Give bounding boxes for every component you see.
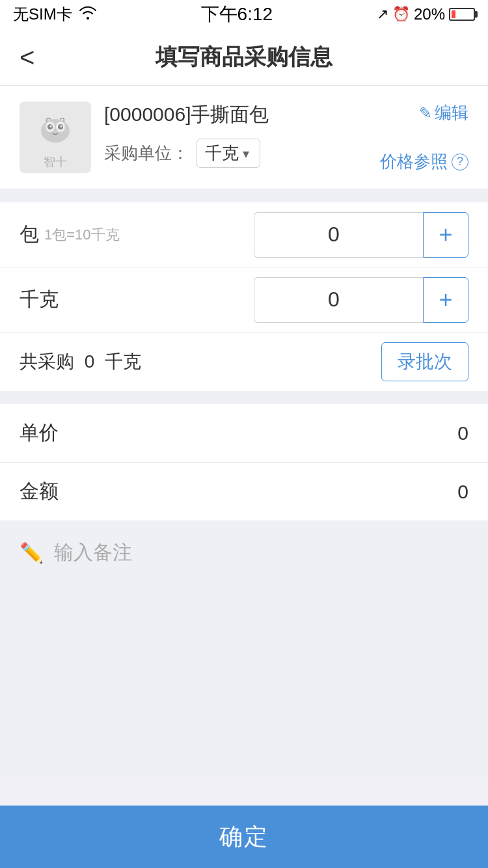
- nav-bar: < 填写商品采购信息: [0, 29, 488, 86]
- remark-placeholder: 输入备注: [54, 539, 132, 566]
- section-divider-1: [0, 189, 488, 202]
- svg-point-0: [41, 119, 70, 142]
- unit-label: 采购单位：: [104, 142, 189, 165]
- bag-input[interactable]: [254, 212, 423, 258]
- kg-input-row: 千克 +: [0, 267, 488, 332]
- batch-button[interactable]: 录批次: [381, 342, 468, 381]
- status-bar: 无SIM卡 下午6:12 ↗ ⏰ 20%: [0, 0, 488, 29]
- carrier-label: 无SIM卡: [13, 4, 72, 25]
- price-ref-label: 价格参照: [380, 150, 448, 173]
- summary-unit: 千克: [105, 351, 141, 372]
- svg-point-6: [61, 126, 62, 128]
- section-divider-2: [0, 391, 488, 404]
- amount-label: 金额: [20, 478, 59, 505]
- summary-label: 共采购: [20, 351, 74, 372]
- amount-row: 金额 0: [0, 463, 488, 521]
- edit-label: 编辑: [435, 102, 468, 124]
- status-left: 无SIM卡: [13, 4, 97, 25]
- unit-price-row: 单价 0: [0, 404, 488, 463]
- bag-sublabel: 1包=10千克: [44, 225, 120, 245]
- product-right: ✎ 编辑 价格参照 ?: [380, 102, 468, 173]
- unit-dropdown[interactable]: 千克 ▾: [197, 139, 260, 168]
- price-section: 单价 0 金额 0: [0, 404, 488, 521]
- empty-area: [0, 584, 488, 780]
- unit-price-label: 单价: [20, 420, 59, 446]
- summary-text: 共采购 0 千克: [20, 349, 141, 374]
- summary-value: 0: [85, 351, 95, 372]
- battery-percent: 20%: [414, 5, 445, 23]
- alarm-icon: ⏰: [392, 6, 410, 23]
- unit-value: 千克: [205, 142, 239, 165]
- back-button[interactable]: <: [20, 44, 34, 70]
- unit-price-value: 0: [457, 422, 468, 444]
- edit-button[interactable]: ✎ 编辑: [419, 102, 468, 124]
- location-icon: ↗: [377, 6, 388, 23]
- kg-input-right: +: [254, 277, 468, 323]
- pencil-icon: ✏️: [20, 541, 44, 564]
- price-reference-button[interactable]: 价格参照 ?: [380, 150, 468, 173]
- info-icon: ?: [452, 154, 468, 170]
- bag-input-right: +: [254, 212, 468, 258]
- amount-value: 0: [457, 481, 468, 503]
- kg-plus-button[interactable]: +: [423, 277, 468, 323]
- product-name: [0000006]手撕面包: [104, 102, 367, 128]
- page-title: 填写商品采购信息: [156, 42, 332, 72]
- kg-input[interactable]: [254, 277, 423, 323]
- bag-label: 包: [20, 221, 39, 248]
- status-time: 下午6:12: [201, 2, 273, 27]
- svg-point-5: [50, 126, 52, 128]
- remark-section[interactable]: ✏️ 输入备注: [0, 521, 488, 584]
- input-section: 包 1包=10千克 + 千克 +: [0, 202, 488, 332]
- product-image: 智十: [20, 102, 91, 173]
- wifi-icon: [79, 5, 97, 23]
- edit-icon: ✎: [419, 104, 432, 122]
- chevron-down-icon: ▾: [243, 146, 249, 161]
- status-right: ↗ ⏰ 20%: [377, 5, 475, 23]
- confirm-button[interactable]: 确定: [0, 806, 488, 868]
- product-unit-row: 采购单位： 千克 ▾: [104, 139, 367, 168]
- bag-plus-button[interactable]: +: [423, 212, 468, 258]
- summary-row: 共采购 0 千克 录批次: [0, 332, 488, 391]
- product-image-label: 智十: [33, 154, 78, 170]
- product-info: [0000006]手撕面包 采购单位： 千克 ▾: [104, 102, 367, 168]
- bag-input-row: 包 1包=10千克 +: [0, 202, 488, 267]
- product-card: 智十 [0000006]手撕面包 采购单位： 千克 ▾ ✎ 编辑 价格参照 ?: [0, 86, 488, 189]
- battery-icon: [449, 8, 475, 21]
- kg-label: 千克: [20, 286, 59, 313]
- product-logo: [33, 105, 78, 154]
